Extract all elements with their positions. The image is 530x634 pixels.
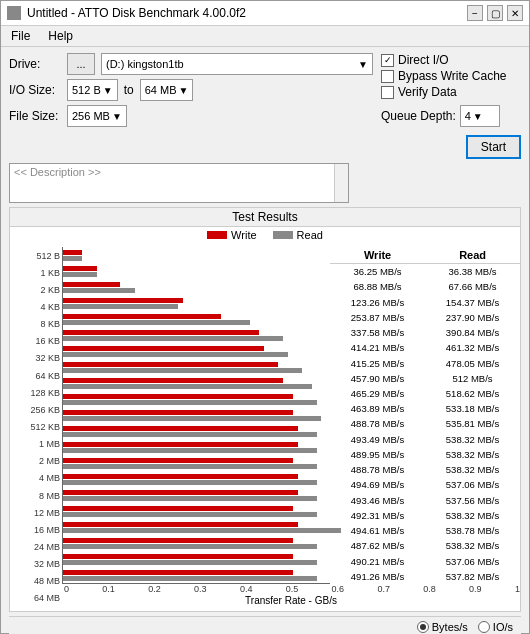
x-axis-title: Transfer Rate - GB/s — [62, 594, 520, 607]
read-col-header: Read — [459, 249, 486, 261]
file-size-value: 256 MB — [72, 110, 110, 122]
read-cell: 237.90 MB/s — [430, 312, 515, 323]
write-cell: 488.78 MB/s — [335, 418, 420, 429]
file-size-arrow-icon: ▼ — [112, 111, 122, 122]
queue-depth-select[interactable]: 4 ▼ — [460, 105, 500, 127]
minimize-button[interactable]: − — [467, 5, 483, 21]
file-size-label: File Size: — [9, 109, 61, 123]
read-cell: 67.66 MB/s — [430, 281, 515, 292]
read-cell: 538.32 MB/s — [430, 434, 515, 445]
read-cell: 533.18 MB/s — [430, 403, 515, 414]
read-cell: 538.78 MB/s — [430, 525, 515, 536]
read-cell: 537.56 MB/s — [430, 495, 515, 506]
write-cell: 489.95 MB/s — [335, 449, 420, 460]
read-cell: 478.05 MB/s — [430, 358, 515, 369]
write-bar — [63, 410, 293, 415]
write-bar — [63, 490, 298, 495]
row-label: 4 MB — [10, 470, 60, 486]
read-bar — [63, 416, 321, 421]
io-radio-item[interactable]: IO/s — [478, 621, 513, 633]
menu-file[interactable]: File — [7, 28, 34, 44]
drive-combo-arrow-icon: ▼ — [358, 59, 368, 70]
write-cell: 487.62 MB/s — [335, 540, 420, 551]
table-row: 36.25 MB/s36.38 MB/s — [330, 266, 520, 277]
io-from-select[interactable]: 512 B ▼ — [67, 79, 118, 101]
drive-value: (D:) kingston1tb — [106, 58, 184, 70]
description-scrollbar[interactable] — [334, 164, 348, 202]
io-to-label: to — [124, 83, 134, 97]
description-placeholder: << Description >> — [14, 166, 101, 178]
start-button[interactable]: Start — [466, 135, 521, 159]
x-axis-label: 0 — [64, 584, 69, 594]
write-cell: 414.21 MB/s — [335, 342, 420, 353]
write-bar — [63, 474, 298, 479]
io-radio-button[interactable] — [478, 621, 490, 633]
description-section: << Description >> — [9, 163, 521, 203]
bar-row — [63, 487, 330, 503]
table-row: 487.62 MB/s538.32 MB/s — [330, 540, 520, 551]
chart-legend: Write Read — [10, 227, 520, 243]
read-bar — [63, 480, 317, 485]
write-bar — [63, 426, 298, 431]
maximize-button[interactable]: ▢ — [487, 5, 503, 21]
bytes-radio-button[interactable] — [417, 621, 429, 633]
verify-data-row: Verify Data — [381, 85, 521, 99]
bar-row — [63, 407, 330, 423]
read-cell: 154.37 MB/s — [430, 297, 515, 308]
bytes-radio-item[interactable]: Bytes/s — [417, 621, 468, 633]
io-size-label: I/O Size: — [9, 83, 61, 97]
table-row: 457.90 MB/s512 MB/s — [330, 373, 520, 384]
read-bar — [63, 352, 288, 357]
row-label: 1 KB — [10, 265, 60, 281]
row-label: 2 MB — [10, 453, 60, 469]
write-legend-color — [207, 231, 227, 239]
bar-row — [63, 503, 330, 519]
data-header: Write Read — [330, 247, 520, 264]
write-col-header: Write — [364, 249, 391, 261]
description-area[interactable]: << Description >> — [9, 163, 349, 203]
write-bar — [63, 442, 298, 447]
file-size-select[interactable]: 256 MB ▼ — [67, 105, 127, 127]
row-label: 256 KB — [10, 402, 60, 418]
table-row: 490.21 MB/s537.06 MB/s — [330, 556, 520, 567]
read-cell: 538.32 MB/s — [430, 540, 515, 551]
read-cell: 512 MB/s — [430, 373, 515, 384]
bar-row — [63, 263, 330, 279]
bypass-write-cache-checkbox[interactable] — [381, 70, 394, 83]
write-cell: 491.26 MB/s — [335, 571, 420, 582]
row-label: 16 KB — [10, 333, 60, 349]
io-from-arrow-icon: ▼ — [103, 85, 113, 96]
close-button[interactable]: ✕ — [507, 5, 523, 21]
write-bar — [63, 330, 259, 335]
drive-combo[interactable]: (D:) kingston1tb ▼ — [101, 53, 373, 75]
x-axis-label: 0.6 — [332, 584, 345, 594]
data-rows: 36.25 MB/s36.38 MB/s68.88 MB/s67.66 MB/s… — [330, 264, 520, 584]
verify-data-checkbox[interactable] — [381, 86, 394, 99]
write-bar — [63, 570, 293, 575]
table-row: 123.26 MB/s154.37 MB/s — [330, 297, 520, 308]
direct-io-checkbox[interactable]: ✓ — [381, 54, 394, 67]
bar-row — [63, 551, 330, 567]
chart-area: 512 B1 KB2 KB4 KB8 KB16 KB32 KB64 KB128 … — [10, 243, 520, 611]
write-cell: 253.87 MB/s — [335, 312, 420, 323]
direct-io-label: Direct I/O — [398, 53, 449, 67]
read-bar — [63, 336, 283, 341]
table-row: 492.31 MB/s538.32 MB/s — [330, 510, 520, 521]
main-window: Untitled - ATTO Disk Benchmark 4.00.0f2 … — [0, 0, 530, 634]
data-columns: Write Read 36.25 MB/s36.38 MB/s68.88 MB/… — [330, 247, 520, 584]
read-bar — [63, 368, 302, 373]
drive-browse-button[interactable]: ... — [67, 53, 95, 75]
row-label: 12 MB — [10, 505, 60, 521]
menu-bar: File Help — [1, 26, 529, 47]
x-axis-label: 0.9 — [469, 584, 482, 594]
row-label: 512 KB — [10, 419, 60, 435]
menu-help[interactable]: Help — [44, 28, 77, 44]
io-to-select[interactable]: 64 MB ▼ — [140, 79, 194, 101]
row-label: 64 MB — [10, 590, 60, 606]
row-labels: 512 B1 KB2 KB4 KB8 KB16 KB32 KB64 KB128 … — [10, 247, 62, 607]
io-from-value: 512 B — [72, 84, 101, 96]
write-bar — [63, 266, 97, 271]
table-row: 465.29 MB/s518.62 MB/s — [330, 388, 520, 399]
row-label: 64 KB — [10, 368, 60, 384]
read-cell: 538.32 MB/s — [430, 510, 515, 521]
